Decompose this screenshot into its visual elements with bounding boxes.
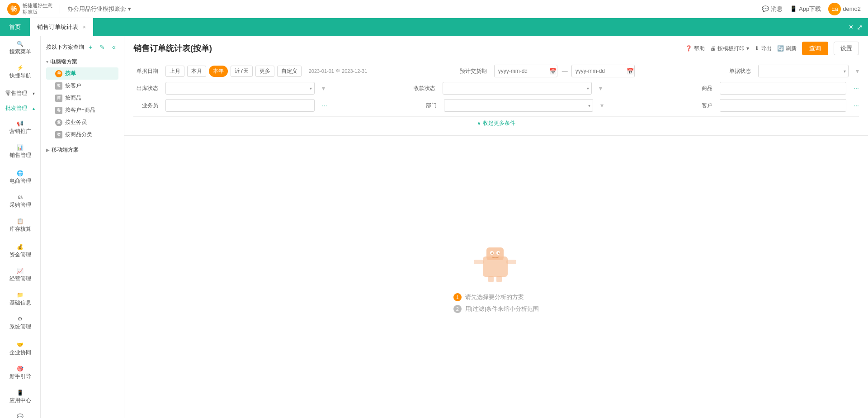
scheme-add-btn[interactable]: + [86, 43, 95, 52]
message-btn[interactable]: 💬 消息 [762, 5, 783, 13]
sidebar-item-corpwechat[interactable]: 💬 企业微信 [0, 409, 40, 418]
scheme-edit-btn[interactable]: ✎ [98, 43, 107, 52]
tab-close-btn[interactable]: × [83, 24, 86, 30]
page-title: 销售订单统计表(按单) [133, 43, 212, 54]
tab-bar-actions: × ⤢ [849, 23, 868, 32]
chevron-up-icon: ▴ [33, 106, 35, 111]
empty-illustration [469, 241, 524, 286]
scheme-icon-按客户商品: 客 [55, 107, 62, 114]
salesperson-input[interactable] [165, 99, 315, 112]
date-btn-more[interactable]: 更多 [255, 66, 274, 77]
date-btn-this-year[interactable]: 本年 [209, 66, 228, 77]
dept-select[interactable] [444, 99, 593, 112]
search-icon: 🔍 [17, 41, 24, 47]
tab-maximize-btn[interactable]: ⤢ [857, 23, 863, 32]
sidebar-item-ecom[interactable]: 🌐 电商管理 [0, 166, 40, 190]
scheme-item-按客户[interactable]: 客 按客户 [46, 80, 118, 92]
scheme-category-mobile-header[interactable]: ▶ 移动端方案 [46, 144, 118, 156]
sidebar-item-appcenter[interactable]: 📱 应用中心 [0, 385, 40, 409]
delivery-status-wrapper [165, 82, 315, 95]
logo-area: 畅 畅捷通好生意 标准版 [7, 3, 52, 15]
svg-rect-7 [496, 276, 502, 282]
calendar-icon-start: 📅 [549, 68, 557, 75]
print-icon: 🖨 [710, 45, 716, 52]
order-status-label: 单据状态 [726, 67, 751, 75]
filter-row-3: 业务员 ··· 部门 ▾ 客户 ··· [133, 99, 859, 112]
order-status-expand-icon[interactable]: ▾ [856, 67, 859, 75]
customer-more-btn[interactable]: ··· [854, 102, 859, 109]
collapse-icon: ∧ [477, 120, 481, 127]
customer-input[interactable] [720, 99, 846, 112]
scheme-icon-按业务员: 业 [55, 119, 62, 126]
user-area[interactable]: Ea demo2 [828, 3, 861, 15]
date-btn-group: 上月 本月 本年 近7天 更多 自定义 [165, 66, 302, 77]
date-label: 单据日期 [133, 67, 158, 75]
search-btn[interactable]: 查询 [802, 42, 828, 55]
sidebar-item-sales[interactable]: 📊 销售管理 [0, 140, 40, 164]
delivery-status-expand-icon[interactable]: ▾ [322, 85, 325, 92]
main-content: 销售订单统计表(按单) ❓ 帮助 🖨 按模板打印 ▾ ⬇ 导出 [124, 36, 868, 418]
system-icon: ⚙ [18, 316, 23, 322]
dept-select-wrapper [444, 99, 593, 112]
sidebar-item-retail[interactable]: 零售管理 ▾ [0, 86, 40, 101]
expected-delivery-start[interactable] [494, 65, 557, 77]
help-btn[interactable]: ❓ 帮助 [685, 45, 705, 52]
logo-text: 畅捷通好生意 标准版 [23, 3, 52, 14]
phone-icon: 📱 [790, 5, 797, 12]
date-btn-custom[interactable]: 自定义 [277, 66, 302, 77]
expected-delivery-end[interactable] [571, 65, 635, 77]
chevron-down-icon: ▾ [33, 91, 35, 96]
goods-input[interactable] [720, 82, 846, 95]
payment-status-expand-icon[interactable]: ▾ [599, 85, 602, 92]
sidebar-item-inventory[interactable]: 📋 库存核算 [0, 214, 40, 238]
main-layout: 🔍 搜索菜单 ⚡ 快捷导航 零售管理 ▾ 批发管理 ▴ 📢 营销推广 📊 销售管… [0, 36, 868, 418]
sidebar-item-search[interactable]: 🔍 搜索菜单 [0, 36, 40, 60]
date-btn-7days[interactable]: 近7天 [231, 66, 253, 77]
scheme-icon-按客户: 客 [55, 82, 62, 90]
sidebar-item-business[interactable]: 📈 经营管理 [0, 263, 40, 287]
scheme-item-按单[interactable]: 单 按单 [46, 67, 118, 80]
salesperson-more-btn[interactable]: ··· [322, 102, 327, 109]
export-btn[interactable]: ⬇ 导出 [755, 45, 772, 52]
tab-minimize-btn[interactable]: × [849, 23, 853, 31]
scheme-collapse-btn[interactable]: « [109, 43, 118, 52]
scheme-category-desktop-header[interactable]: ▾ 电脑端方案 [46, 56, 118, 67]
sidebar-item-newbie[interactable]: 🎯 新手引导 [0, 361, 40, 385]
collapse-bar[interactable]: ∧ 收起更多条件 [133, 116, 859, 130]
tab-active[interactable]: 销售订单统计表 × [30, 18, 93, 36]
goods-label: 商品 [688, 85, 712, 92]
dept-expand-icon[interactable]: ▾ [600, 102, 604, 109]
order-status-select[interactable] [758, 65, 849, 77]
scheme-icon-按商品分类: 类 [55, 131, 62, 138]
refresh-btn[interactable]: 🔄 刷新 [777, 45, 797, 52]
settings-btn[interactable]: 设置 [834, 42, 859, 55]
app-download-btn[interactable]: 📱 App下载 [790, 5, 821, 13]
scheme-item-按业务员[interactable]: 业 按业务员 [46, 116, 118, 128]
help-icon: ❓ [685, 45, 692, 52]
sidebar-item-system[interactable]: ⚙ 系统管理 [0, 311, 40, 335]
scheme-item-按客户商品[interactable]: 客 按客户+商品 [46, 104, 118, 116]
export-icon: ⬇ [755, 45, 759, 52]
sidebar-item-enterprise[interactable]: 🤝 企业协同 [0, 337, 40, 361]
print-btn[interactable]: 🖨 按模板打印 ▾ [710, 45, 749, 52]
chevron-down-icon: ▾ [46, 59, 48, 64]
delivery-status-select[interactable] [165, 82, 315, 95]
scheme-mobile-label: 移动端方案 [52, 146, 79, 154]
sidebar-item-purchase[interactable]: 🛍 采购管理 [0, 190, 40, 214]
goods-more-btn[interactable]: ··· [854, 85, 859, 92]
sidebar-item-marketing[interactable]: 📢 营销推广 [0, 116, 40, 140]
scheme-panel-header: 按以下方案查询 + ✎ « [41, 40, 124, 54]
date-btn-last-month[interactable]: 上月 [165, 66, 184, 77]
date-btn-this-month[interactable]: 本月 [187, 66, 206, 77]
app-selector[interactable]: 办公用品行业模拟账套 ▾ [67, 5, 131, 13]
payment-status-select[interactable] [443, 82, 592, 95]
sidebar-item-quicknav[interactable]: ⚡ 快捷导航 [0, 60, 40, 84]
sidebar-item-wholesale[interactable]: 批发管理 ▴ [0, 101, 40, 116]
inventory-icon: 📋 [17, 218, 24, 224]
scheme-item-按商品分类[interactable]: 类 按商品分类 [46, 128, 118, 141]
tab-home[interactable]: 首页 [0, 18, 30, 36]
scheme-panel-icons: + ✎ « [86, 43, 118, 52]
sidebar-item-finance[interactable]: 💰 资金管理 [0, 239, 40, 263]
sidebar-item-basic[interactable]: 📁 基础信息 [0, 287, 40, 311]
scheme-item-按商品[interactable]: 商 按商品 [46, 92, 118, 104]
